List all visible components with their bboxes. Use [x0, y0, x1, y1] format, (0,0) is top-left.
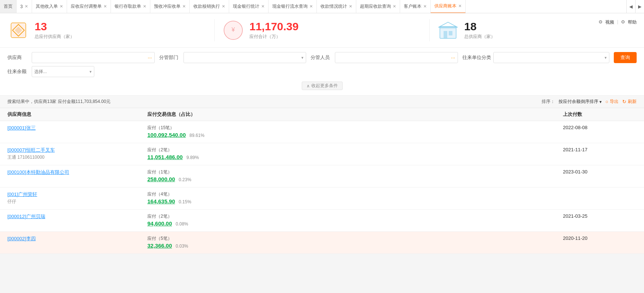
transaction-cell: 应付（15笔） 100,092,540.00 89.61% — [147, 125, 563, 138]
tab-prepay[interactable]: 预收冲应收单 ✕ — [150, 0, 190, 13]
tab-cash-flow[interactable]: 现金银行流水查询 ✕ — [269, 0, 317, 13]
table-row: [000007]恒旺二手叉车 王通 17106110000 应付（2笔） 11,… — [0, 143, 644, 165]
dots-icon[interactable]: ··· — [148, 55, 152, 61]
close-icon[interactable]: ✕ — [458, 4, 462, 8]
transaction-cell: 应付（1笔） 258,000.00 0.23% — [147, 169, 563, 182]
sort-select[interactable]: 按应付余额倒序排序 ▾ — [559, 99, 602, 105]
tab-cash-stat[interactable]: 现金银行统计 ✕ — [229, 0, 269, 13]
chevron-down-icon-2[interactable]: ▾ — [605, 55, 607, 60]
trans-label: 应付（1笔） — [147, 169, 563, 175]
dept-label: 分管部门 — [159, 54, 181, 61]
supplier-input[interactable] — [34, 55, 148, 60]
tab-3[interactable]: 3 ✕ — [17, 0, 32, 13]
transaction-cell: 应付（4笔） 164,635.90 0.15% — [147, 191, 563, 204]
help-link[interactable]: 帮助 — [628, 19, 637, 25]
video-link[interactable]: 视频 — [605, 19, 614, 25]
stat-divider-1 — [214, 19, 215, 41]
trans-row: 32,366.00 0.03% — [147, 242, 563, 249]
sort-label: 排序： — [542, 99, 555, 105]
trans-amount[interactable]: 32,366.00 — [147, 242, 172, 249]
supplier-link[interactable]: [000012]广州贝瑞 — [7, 213, 147, 220]
close-icon[interactable]: ✕ — [25, 4, 28, 9]
close-icon[interactable]: ✕ — [182, 4, 186, 9]
tab-home-label: 首页 — [4, 3, 13, 10]
nav-right-arrow[interactable]: ▶ — [635, 0, 644, 13]
supplier-input-wrap[interactable]: ··· — [32, 52, 155, 63]
table-rows-container: [000001]张三 应付（15笔） 100,092,540.00 89.61%… — [0, 121, 644, 254]
supplier-cell: [000007]恒旺二手叉车 王通 17106110000 — [7, 147, 147, 161]
trans-amount[interactable]: 94,600.00 — [147, 220, 172, 227]
supplier-cell: [000001]张三 — [7, 125, 147, 131]
last-pay-date: 2023-01-30 — [563, 169, 588, 175]
close-icon[interactable]: ✕ — [349, 4, 352, 9]
trans-amount[interactable]: 11,051,486.00 — [147, 154, 183, 160]
lastpay-cell: 2020-11-20 — [563, 235, 637, 241]
tab-recv-stat-label: 收款情况统计 — [321, 3, 347, 10]
export-button[interactable]: ○ 导出 — [605, 99, 619, 105]
close-icon[interactable]: ✕ — [143, 4, 146, 9]
svg-rect-7 — [444, 31, 447, 38]
tab-other-income[interactable]: 其他收入单 ✕ — [32, 0, 67, 13]
tab-other-income-label: 其他收入单 — [36, 3, 58, 10]
close-icon[interactable]: ✕ — [423, 4, 427, 9]
close-icon[interactable]: ✕ — [60, 4, 63, 9]
category-label: 往来单位分类 — [462, 54, 491, 61]
supplier-link[interactable]: [000001]张三 — [7, 125, 147, 131]
close-icon[interactable]: ✕ — [309, 4, 313, 9]
refresh-button[interactable]: ↻ 刷新 — [622, 99, 637, 105]
tab-overdue[interactable]: 超期应收款查询 ✕ — [356, 0, 400, 13]
tab-cash-stat-label: 现金银行统计 — [233, 3, 259, 10]
dept-input-wrap[interactable]: ▾ — [183, 52, 307, 63]
tab-supplier-book[interactable]: 供应商账本 ✕ — [431, 0, 466, 13]
lastpay-cell: 2021-03-25 — [563, 213, 637, 219]
balance-input[interactable] — [34, 69, 90, 74]
trans-amount[interactable]: 258,000.00 — [147, 176, 175, 182]
close-icon[interactable]: ✕ — [104, 4, 107, 9]
supplier-link[interactable]: [001]广州荣轩 — [7, 191, 147, 198]
last-pay-date: 2021-11-17 — [563, 147, 588, 152]
trans-percent: 0.15% — [179, 199, 191, 204]
trans-label: 应付（5笔） — [147, 235, 563, 242]
supplier-link[interactable]: [000100]本特勤油品有限公司 — [7, 169, 147, 176]
supplier-link[interactable]: [000007]恒旺二手叉车 — [7, 147, 147, 154]
trans-row: 164,635.90 0.15% — [147, 198, 563, 204]
tab-adjust[interactable]: 应收应付调整单 ✕ — [67, 0, 111, 13]
nav-left-arrow[interactable]: ◀ — [626, 0, 635, 13]
close-icon[interactable]: ✕ — [261, 4, 265, 9]
chevron-down-icon[interactable]: ▾ — [301, 55, 304, 60]
tab-cust-book[interactable]: 客户账本 ✕ — [400, 0, 431, 13]
tab-home[interactable]: 首页 — [0, 0, 17, 13]
trans-amount[interactable]: 100,092,540.00 — [147, 132, 186, 138]
balance-input-wrap[interactable]: ▾ — [32, 66, 94, 77]
chevron-down-icon-3[interactable]: ▾ — [90, 69, 92, 74]
category-input[interactable] — [496, 55, 605, 60]
trans-label: 应付（2笔） — [147, 213, 563, 220]
collapse-up-icon: ∧ — [307, 83, 310, 89]
last-pay-date: 2021-03-25 — [563, 213, 588, 219]
table-header: 供应商信息 应付交易信息（占比） 上次付数 — [0, 108, 644, 121]
tab-bank[interactable]: 银行存取款单 ✕ — [111, 0, 150, 13]
search-button[interactable]: 查询 — [614, 52, 637, 63]
lastpay-cell: 2022-08-08 — [563, 125, 637, 130]
close-icon[interactable]: ✕ — [393, 4, 396, 9]
supplier-cell: [001]广州荣轩 仔仔 — [7, 191, 147, 205]
collapse-button[interactable]: ∧ 收起更多条件 — [302, 82, 343, 90]
refresh-icon: ↻ — [622, 99, 626, 104]
diamond-icon — [7, 19, 29, 41]
trans-amount[interactable]: 164,635.90 — [147, 198, 175, 204]
trans-row: 100,092,540.00 89.61% — [147, 132, 563, 138]
tab-overdue-label: 超期应收款查询 — [360, 3, 391, 10]
person-input[interactable] — [337, 55, 451, 60]
stat-payable-number: 13 — [35, 21, 74, 32]
category-input-wrap[interactable]: ▾ — [493, 52, 610, 63]
table-row: [000002]李四 应付（5笔） 32,366.00 0.03% 2020-1… — [0, 232, 644, 254]
person-input-wrap[interactable]: ··· — [335, 52, 458, 63]
export-icon: ○ — [605, 99, 608, 104]
stat-amount-content: 11,170.39 应付合计（万） — [249, 21, 298, 40]
tab-recv-stat[interactable]: 收款情况统计 ✕ — [317, 0, 356, 13]
close-icon[interactable]: ✕ — [222, 4, 225, 9]
dots-icon-2[interactable]: ··· — [451, 55, 455, 61]
dept-input[interactable] — [186, 55, 302, 60]
supplier-link[interactable]: [000002]李四 — [7, 235, 147, 242]
tab-verify[interactable]: 收款核销执行 ✕ — [190, 0, 229, 13]
